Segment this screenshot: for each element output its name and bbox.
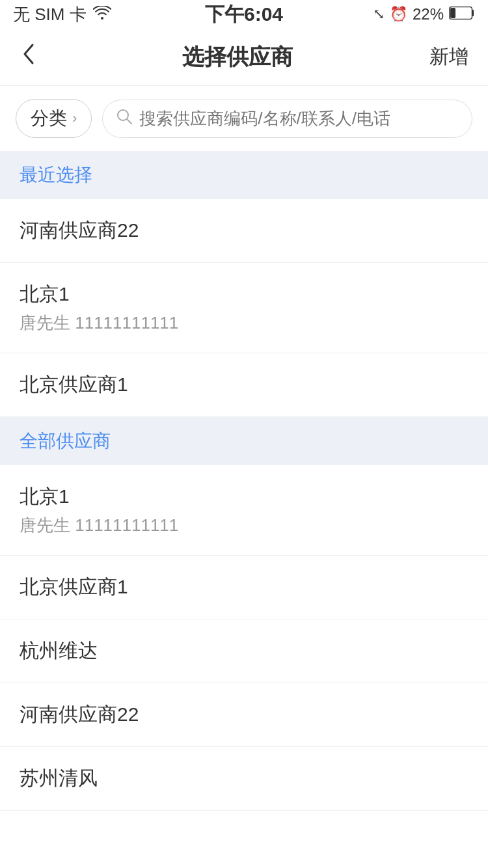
item-name: 苏州清风 — [20, 765, 468, 792]
item-name: 北京1 — [20, 483, 468, 510]
recent-section-label: 最近选择 — [20, 165, 92, 185]
all-section-label: 全部供应商 — [20, 431, 111, 451]
search-icon — [116, 108, 133, 129]
all-list: 北京1 唐先生 11111111111 北京供应商1 杭州维达 河南供应商22 … — [0, 465, 488, 811]
filter-bar: 分类 › — [0, 86, 488, 151]
page-title: 选择供应商 — [59, 42, 416, 72]
item-name: 河南供应商22 — [20, 217, 468, 244]
svg-line-3 — [127, 119, 131, 124]
add-button[interactable]: 新增 — [416, 44, 468, 70]
battery-text: 22% — [413, 5, 444, 23]
chevron-right-icon: › — [72, 110, 77, 127]
all-list-item[interactable]: 杭州维达 — [0, 619, 488, 683]
location-icon: ⤡ — [373, 6, 385, 23]
category-label: 分类 — [31, 106, 67, 131]
recent-list-item[interactable]: 北京供应商1 — [0, 353, 488, 417]
item-name: 杭州维达 — [20, 638, 468, 664]
wifi-icon — [93, 5, 111, 25]
all-list-item[interactable]: 苏州清风 — [0, 747, 488, 811]
all-list-item[interactable]: 北京供应商1 — [0, 556, 488, 619]
status-left: 无 SIM 卡 — [13, 3, 111, 26]
recent-list: 河南供应商22 北京1 唐先生 11111111111 北京供应商1 — [0, 199, 488, 417]
status-right: ⤡ ⏰ 22% — [373, 5, 475, 23]
status-bar: 无 SIM 卡 下午6:04 ⤡ ⏰ 22% — [0, 0, 488, 29]
recent-list-item[interactable]: 北京1 唐先生 11111111111 — [0, 263, 488, 353]
recent-section-header: 最近选择 — [0, 151, 488, 199]
recent-list-item[interactable]: 河南供应商22 — [0, 199, 488, 263]
nav-bar: 选择供应商 新增 — [0, 29, 488, 86]
alarm-icon: ⏰ — [390, 6, 407, 23]
search-input[interactable] — [139, 109, 459, 129]
svg-rect-1 — [450, 8, 455, 18]
item-name: 北京1 — [20, 281, 468, 308]
battery-icon — [449, 5, 475, 23]
item-sub: 唐先生 11111111111 — [20, 312, 468, 334]
all-section-header: 全部供应商 — [0, 417, 488, 465]
category-filter-button[interactable]: 分类 › — [16, 99, 92, 138]
item-name: 河南供应商22 — [20, 701, 468, 728]
time-display: 下午6:04 — [205, 1, 283, 28]
item-sub: 唐先生 11111111111 — [20, 514, 468, 537]
search-bar[interactable] — [102, 100, 472, 138]
item-name: 北京供应商1 — [20, 574, 468, 601]
carrier-text: 无 SIM 卡 — [13, 3, 87, 26]
item-name: 北京供应商1 — [20, 372, 468, 398]
all-list-item[interactable]: 北京1 唐先生 11111111111 — [0, 465, 488, 556]
back-button[interactable] — [20, 40, 59, 74]
all-list-item[interactable]: 河南供应商22 — [0, 683, 488, 747]
